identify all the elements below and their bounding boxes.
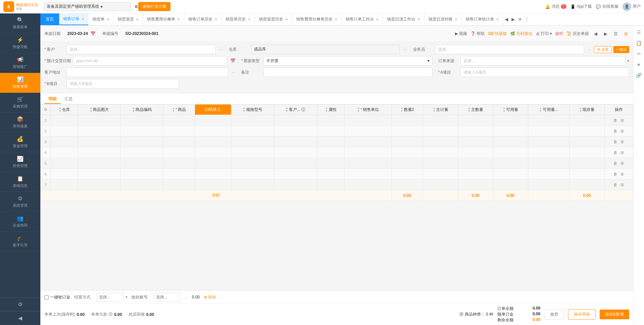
delete-row-btn[interactable]: 🗑 (613, 171, 618, 177)
sidebar-item-inventory[interactable]: 📦 库存核算 (0, 113, 40, 132)
delete-row-btn[interactable]: 🗑 (613, 150, 618, 155)
copy-row-btn[interactable]: ⊞ (619, 171, 625, 177)
right-sidebar-icon-clipboard[interactable]: 📋 (635, 39, 643, 47)
tab-daily-reconcile[interactable]: 钱货日清对账 ✕ (424, 13, 462, 25)
sidebar-item-guide[interactable]: 🎓 新手引导 (0, 232, 40, 251)
save-new-btn[interactable]: 保存&新增 (600, 310, 629, 319)
a-project-input[interactable] (460, 68, 629, 77)
history-record-btn[interactable]: 📜 历史单据 (567, 31, 589, 37)
next-record-btn[interactable]: ▶ (602, 28, 609, 40)
notice-btn[interactable]: 🔔 消息 9 (545, 4, 566, 9)
tab-close-sales-expense[interactable]: ✕ (177, 17, 180, 21)
add-logistics-btn[interactable]: + 物流 (613, 46, 629, 53)
grid-view-btn[interactable]: ⊞ (622, 28, 629, 40)
tab-order-workbench[interactable]: 销售订单工作台 ✕ (342, 13, 383, 25)
tab-nav-close-all[interactable]: ✕ (517, 13, 523, 26)
tab-close-daily-reconcile[interactable]: ✕ (455, 17, 457, 21)
sidebar-item-purchase[interactable]: 🛒 采购管理 (0, 93, 40, 113)
invoice-select[interactable]: 不开票 ▾ (263, 56, 432, 66)
copy-row-btn[interactable]: ⊞ (619, 139, 625, 145)
delete-row-btn[interactable]: 🗑 (613, 161, 618, 166)
sidebar-item-finance[interactable]: 💰 资金管理 (0, 132, 40, 152)
tab-close-return-history[interactable]: ✕ (285, 17, 288, 21)
sidebar-collapse-btn[interactable]: ◀ (0, 311, 40, 325)
right-sidebar-icon-edit[interactable]: ✏ (635, 50, 643, 58)
column-settings-icon[interactable]: ⚙ (44, 107, 47, 112)
tab-summary[interactable]: 汇总 (61, 95, 77, 104)
tab-close-daily-workbench[interactable]: ✕ (417, 17, 420, 21)
tab-close-order-stats[interactable]: ✕ (496, 17, 499, 21)
customer-dots-btn[interactable]: ··· (219, 47, 223, 52)
print-btn[interactable]: 🖨 打印 ▾ (536, 31, 552, 37)
operation-btn[interactable]: 操作 (555, 31, 563, 37)
sidebar-item-basic-info[interactable]: 📋 基础信息 (0, 172, 40, 192)
tab-expense-history[interactable]: 销售费用分摊单历史 ✕ (292, 13, 342, 25)
payment-method-input[interactable] (97, 293, 123, 301)
staff-dots-btn[interactable]: ··· (588, 47, 592, 52)
sidebar-item-search[interactable]: 🔍 搜索菜单 (0, 13, 40, 33)
tab-return-history[interactable]: 销货退货历史 ✕ (255, 13, 292, 25)
payment-chevron-icon[interactable]: ▾ (125, 295, 127, 299)
table-scrollbar[interactable] (40, 286, 633, 290)
tab-sales-order-history[interactable]: 销售订单历史 ✕ (184, 13, 222, 25)
app-download-btn[interactable]: 📱 App下载 (570, 4, 592, 9)
tab-detail[interactable]: 明细 (44, 95, 61, 104)
tab-sales-expense[interactable]: 销售费用分摊单 ✕ (143, 13, 184, 25)
staff-input[interactable] (435, 45, 584, 54)
one-click-checkbox-input[interactable] (44, 295, 49, 299)
tab-sales-return[interactable]: 销货退货 ✕ (114, 13, 143, 25)
save-draft-btn[interactable]: 保存草稿 (568, 309, 596, 320)
customer-address-input[interactable] (67, 68, 228, 77)
copy-row-btn[interactable]: ⊞ (619, 150, 625, 155)
tab-order-stats[interactable]: 销售订单统计表 ✕ (462, 13, 503, 25)
discard-btn[interactable]: 放弃 (544, 309, 564, 320)
sidebar-item-operation[interactable]: 📈 经营管理 (0, 152, 40, 172)
tab-close-sales-goods-history[interactable]: ✕ (248, 17, 251, 21)
calendar-delivery-icon[interactable]: 📅 (230, 58, 235, 63)
sidebar-item-enterprise[interactable]: 👥 企业协同 (0, 212, 40, 232)
account-input[interactable] (154, 293, 181, 301)
tab-sales-order[interactable]: 销售订单 ✕ (59, 13, 88, 25)
add-item-btn[interactable]: ⊕ 添加 (204, 294, 216, 300)
order-source-dots-btn[interactable]: ▾ (627, 58, 629, 63)
user-btn[interactable]: 👤 用户 (622, 2, 641, 11)
tab-daily-workbench[interactable]: 钱货日清工作台 ✕ (383, 13, 424, 25)
delete-row-btn[interactable]: 🗑 (613, 139, 618, 145)
right-sidebar-icon-list[interactable]: ☰ (635, 28, 643, 36)
prev-record-btn[interactable]: ◀ (592, 28, 599, 40)
tab-close-order-workbench[interactable]: ✕ (376, 17, 379, 21)
tab-sales-goods-history[interactable]: 销货单历史 ✕ (222, 13, 255, 25)
sidebar-item-marketing[interactable]: 📢 营销推广 (0, 53, 40, 73)
tab-close-sales-order-history[interactable]: ✕ (215, 17, 217, 21)
sidebar-item-system[interactable]: ⚙ 系统管理 (0, 192, 40, 212)
b-project-input[interactable] (67, 79, 179, 88)
app-selector[interactable]: 装备及固定资产辅助管理系统 ▾ (44, 2, 131, 11)
calendar-icon[interactable]: 📅 (90, 31, 96, 36)
delete-row-btn[interactable]: 🗑 (613, 182, 618, 188)
order-source-input[interactable] (460, 56, 625, 66)
tab-nav-next[interactable]: ▶ (510, 13, 517, 26)
tab-close-sales-return[interactable]: ✕ (136, 17, 139, 21)
field-settings-btn[interactable]: ⚙ 设置 (594, 46, 612, 53)
right-sidebar-icon-star[interactable]: ★ (635, 60, 643, 69)
address-dots-btn[interactable]: ··· (232, 70, 236, 75)
copy-row-btn[interactable]: ⊞ (619, 182, 625, 188)
remark-input[interactable] (263, 68, 432, 77)
gear-settings-btn[interactable]: ⚙ (135, 4, 138, 9)
sidebar-item-quicknav[interactable]: ⚡ 快捷导航 (0, 33, 40, 53)
copy-row-btn[interactable]: ⊞ (619, 161, 625, 166)
delivery-input[interactable] (73, 56, 227, 66)
tab-close-sales-order[interactable]: ✕ (81, 17, 84, 21)
view-video-btn[interactable]: ▶ 视频 (455, 31, 467, 37)
help-btn[interactable]: ❓ 帮助 (470, 31, 485, 37)
warehouse-dots-btn[interactable]: ··· (403, 47, 407, 52)
delete-row-btn[interactable]: 🗑 (613, 128, 618, 134)
customer-input[interactable] (67, 45, 216, 54)
sidebar-item-sales[interactable]: 📊 销售管理 (0, 73, 40, 93)
online-support-btn[interactable]: 💬 在线客服 (596, 4, 618, 9)
experience-btn[interactable]: 体验行业方案 (138, 2, 171, 11)
one-click-checkbox[interactable]: 一键收订金 (44, 294, 70, 300)
tab-nav-prev[interactable]: ◀ (503, 13, 510, 26)
shortcut-btn[interactable]: ⌨ 快捷键 (488, 31, 507, 37)
profit-estimate-btn[interactable]: 🌿 毛利预估 (510, 31, 532, 37)
